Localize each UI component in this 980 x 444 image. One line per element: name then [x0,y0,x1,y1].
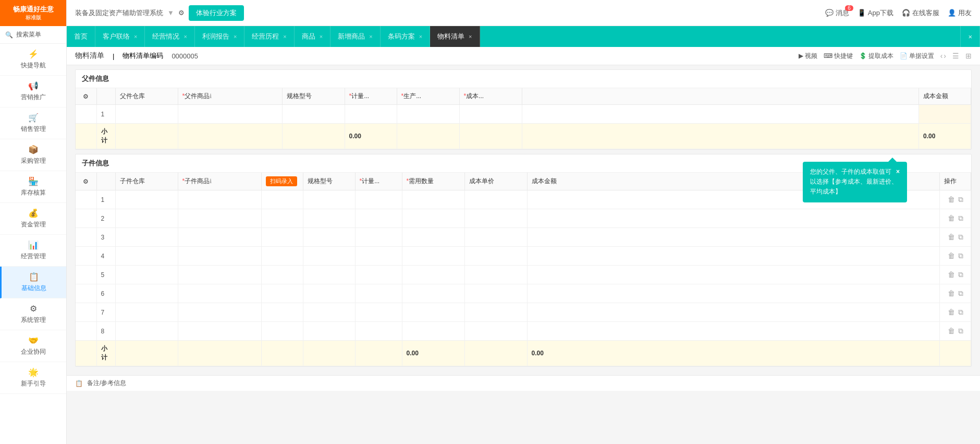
child-row4-warehouse[interactable] [115,247,178,266]
settings-icon[interactable]: ⚙ [178,9,185,17]
child-th-gear[interactable]: ⚙ [76,173,96,190]
child-row7-warehouse[interactable] [115,303,178,322]
child-row1-warehouse[interactable] [115,190,178,209]
user-btn[interactable]: 👤 用友 [948,8,972,18]
child-row3-product[interactable] [178,228,261,247]
child-row4-unit[interactable] [355,247,402,266]
sidebar-item-operations[interactable]: 📊 经营管理 [0,235,66,267]
child-row4-qty[interactable] [402,247,464,266]
parent-row1-cost[interactable] [459,105,522,124]
tab-business-history[interactable]: 经营历程 × [244,26,294,47]
sidebar-item-system[interactable]: ⚙ 系统管理 [0,298,66,330]
child-row8-qty[interactable] [402,322,464,341]
child-row2-warehouse[interactable] [115,209,178,228]
copy-icon-row7[interactable]: ⧉ [958,308,963,317]
tab-home[interactable]: 首页 [67,26,95,47]
sidebar-item-quick-nav[interactable]: ⚡ 快捷导航 [0,44,66,76]
child-row1-product[interactable] [178,190,261,209]
message-btn[interactable]: 💬 消息 6 [825,8,849,18]
child-row7-unit[interactable] [355,303,402,322]
child-row5-qty[interactable] [402,266,464,284]
scan-input-btn[interactable]: 扫码录入 [266,176,297,186]
child-row3-unit[interactable] [355,228,402,247]
sidebar-item-inventory[interactable]: 🏪 库存核算 [0,171,66,203]
get-cost-btn[interactable]: 💲 提取成本 [859,52,893,61]
sidebar-item-basic-info[interactable]: 📋 基础信息 [0,267,66,298]
tab-profit-report-close[interactable]: × [234,33,237,40]
sidebar-item-guide[interactable]: 🌟 新手引导 [0,362,66,394]
tab-new-products[interactable]: 新增商品 × [330,26,380,47]
tab-barcode-close[interactable]: × [419,33,422,40]
child-row5-warehouse[interactable] [115,266,178,284]
child-row8-warehouse[interactable] [115,322,178,341]
view-btn[interactable]: ▶ 视频 [799,52,817,61]
copy-icon-row5[interactable]: ⧉ [958,270,963,279]
shortcuts-btn[interactable]: ⌨ 快捷键 [824,52,853,61]
child-row3-qty[interactable] [402,228,464,247]
tab-close-all[interactable]: × [960,26,980,47]
tab-customers[interactable]: 客户联络 × [95,26,145,47]
child-row6-unit[interactable] [355,284,402,303]
delete-icon-row2[interactable]: 🗑 [948,214,955,223]
delete-icon-row5[interactable]: 🗑 [948,270,955,279]
tab-bom[interactable]: 物料清单 × [430,26,480,47]
tab-new-products-close[interactable]: × [369,33,372,40]
delete-icon-row6[interactable]: 🗑 [948,289,955,298]
parent-row1-production[interactable] [397,105,459,124]
tab-bom-close[interactable]: × [469,33,472,40]
copy-icon-row2[interactable]: ⧉ [958,214,963,223]
dropdown-arrow-icon[interactable]: ▼ [167,9,174,17]
delete-icon-row4[interactable]: 🗑 [948,251,955,260]
prev-arrow[interactable]: ‹ [940,52,943,60]
sidebar-item-finance[interactable]: 💰 资金管理 [0,203,66,235]
delete-icon-row1[interactable]: 🗑 [948,195,955,204]
child-row6-warehouse[interactable] [115,284,178,303]
tooltip-close-btn[interactable]: × [896,167,900,177]
tab-products[interactable]: 商品 × [295,26,330,47]
delete-icon-row3[interactable]: 🗑 [948,233,955,242]
tab-operations-situation[interactable]: 经营情况 × [145,26,194,47]
delete-icon-row8[interactable]: 🗑 [948,327,955,335]
tab-operations-situation-close[interactable]: × [183,33,187,40]
copy-icon-row1[interactable]: ⧉ [958,195,963,204]
copy-icon-row3[interactable]: ⧉ [958,233,963,242]
tab-barcode[interactable]: 条码方案 × [381,26,430,47]
child-row4-product[interactable] [178,247,261,266]
tab-business-history-close[interactable]: × [283,33,286,40]
next-arrow[interactable]: › [944,52,946,60]
sidebar-item-cooperation[interactable]: 🤝 企业协同 [0,330,66,362]
child-row1-unit[interactable] [355,190,402,209]
tab-products-close[interactable]: × [320,33,323,40]
parent-row1-warehouse[interactable] [115,105,178,124]
child-row2-product[interactable] [178,209,261,228]
delete-icon-row7[interactable]: 🗑 [948,308,955,317]
search-menu[interactable]: 🔍 搜索菜单 [0,26,66,44]
online-service-btn[interactable]: 🎧 在线客服 [902,8,939,18]
tab-customers-close[interactable]: × [134,33,137,40]
tab-profit-report[interactable]: 利润报告 × [195,26,244,47]
child-row6-product[interactable] [178,284,261,303]
app-download-btn[interactable]: 📱 App下载 [858,8,893,18]
child-row6-qty[interactable] [402,284,464,303]
child-row8-unit[interactable] [355,322,402,341]
child-row5-product[interactable] [178,266,261,284]
child-row7-product[interactable] [178,303,261,322]
child-row8-product[interactable] [178,322,261,341]
child-row2-qty[interactable] [402,209,464,228]
trial-btn[interactable]: 体验行业方案 [189,5,244,21]
copy-icon-row6[interactable]: ⧉ [958,289,963,298]
child-row7-qty[interactable] [402,303,464,322]
child-row5-unit[interactable] [355,266,402,284]
sidebar-item-purchase[interactable]: 📦 采购管理 [0,139,66,171]
copy-icon-row8[interactable]: ⧉ [958,327,963,335]
parent-row1-unit[interactable] [345,105,397,124]
parent-row1-product[interactable] [178,105,282,124]
child-row3-warehouse[interactable] [115,228,178,247]
list-view-icon[interactable]: ⊞ [965,52,972,60]
single-settings-btn[interactable]: 📄 单据设置 [900,52,934,61]
parent-th-gear[interactable]: ⚙ [76,88,96,105]
child-row1-qty[interactable] [402,190,464,209]
sidebar-item-sales[interactable]: 🛒 销售管理 [0,107,66,139]
sidebar-item-marketing[interactable]: 📢 营销推广 [0,76,66,107]
child-row2-unit[interactable] [355,209,402,228]
